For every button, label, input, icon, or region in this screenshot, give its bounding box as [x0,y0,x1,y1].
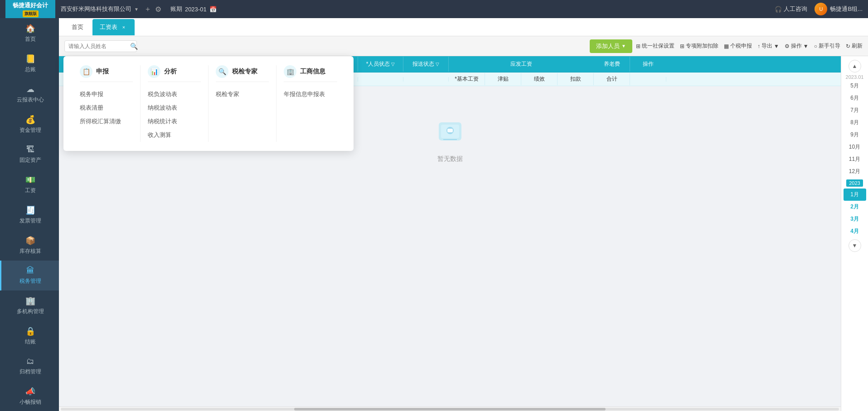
sidebar-item-ledger[interactable]: 📒 总账 [0,48,59,79]
sidebar-item-close-period[interactable]: 🔒 结账 [0,321,59,351]
collapse-right-panel-up[interactable]: ▲ [849,60,861,73]
assets-icon: 🏗 [26,145,34,155]
sidebar-item-funds[interactable]: 💰 资金管理 [0,109,59,140]
sidebar-item-cloud-report[interactable]: ☁ 云报表中心 [0,79,59,109]
social-insurance-label: 统一社保设置 [642,42,674,50]
dropdown-item-tax-declaration[interactable]: 税务申报 [80,87,133,101]
add-icon[interactable]: ＋ [144,5,151,14]
period-selector[interactable]: 账期 2023-01 📅 [170,5,217,13]
dropdown-item-income-estimate[interactable]: 收入测算 [148,128,201,142]
month-1-active[interactable]: 1月 [844,189,866,201]
declaration-section-icon: 📋 [80,65,92,78]
business-info-section-title: 🏢 工商信息 [284,65,337,82]
th-status: *人员状态 ▽ [358,57,403,72]
month-2[interactable]: 2月 [844,201,866,213]
individual-tax-button[interactable]: ▦ 个税申报 [724,42,752,50]
sidebar-label-close-period: 结账 [25,338,36,346]
sidebar-item-tax[interactable]: 🏛 税务管理 [0,261,59,290]
operations-dropdown: ▼ [803,43,809,49]
dropdown-section-tax-expert: 🔍 税检专家 税检专家 [209,65,276,142]
search-icon[interactable]: 🔍 [130,43,138,50]
declaration-section-title: 📋 申报 [80,65,133,82]
search-input[interactable] [68,43,127,49]
dropdown-section-business-info: 🏢 工商信息 年报信息申报表 [276,65,344,142]
user-menu[interactable]: U 畅捷通B组... [815,3,863,15]
social-insurance-button[interactable]: ⊞ 统一社保设置 [636,42,674,50]
dropdown-item-annual-report[interactable]: 年报信息申报表 [284,87,337,101]
scrollbar-thumb[interactable] [294,408,606,411]
sidebar-label-tax: 税务管理 [19,277,41,285]
business-info-section-icon: 🏢 [284,65,296,78]
sidebar-item-inventory[interactable]: 📦 库存核算 [0,230,59,261]
export-button[interactable]: ↑ 导出 ▼ [757,42,779,50]
month-4[interactable]: 4月 [844,225,866,237]
svg-rect-3 [447,129,453,132]
sidebar-item-marketing[interactable]: 📣 小畅报销 [0,381,59,411]
close-period-icon: 🔒 [25,326,35,336]
dropdown-item-tax-fluctuation[interactable]: 纳税波动表 [148,101,201,115]
social-insurance-icon: ⊞ [636,43,640,49]
collapse-right-panel-down[interactable]: ▼ [849,239,861,252]
user-avatar: U [815,3,827,15]
guide-toolbar-icon: ○ [814,43,817,49]
home-icon: 🏠 [25,24,35,34]
status-filter-icon[interactable]: ▽ [391,62,395,67]
month-9[interactable]: 9月 [844,129,866,141]
sidebar-item-fixed-assets[interactable]: 🏗 固定资产 [0,140,59,169]
period-label: 账期 [170,5,182,13]
search-container: 🔍 [64,40,137,52]
individual-tax-label: 个税申报 [730,42,752,50]
th-operations: 操作 [630,57,666,72]
sidebar-label-home: 首页 [25,35,36,43]
top-bar-right: 🎧 人工咨询 U 畅捷通B组... [775,3,863,15]
tax-dropdown-menu[interactable]: 📋 申报 税务申报 税表清册 所得税汇算清缴 📊 分析 税负波动表 纳税波动表 … [63,56,354,151]
toolbar-actions: ⊞ 统一社保设置 ⊞ 专项附加扣除 ▦ 个税申报 ↑ 导出 ▼ ⚙ [636,42,863,50]
current-year-label[interactable]: 2023 [846,179,863,187]
month-10[interactable]: 10月 [844,141,866,153]
sub-operations [666,77,703,82]
funds-icon: 💰 [25,115,35,125]
analysis-section-icon: 📊 [148,65,160,78]
tab-salary-table[interactable]: 工资表 × [92,19,135,35]
sidebar-item-home[interactable]: 🏠 首页 [0,18,59,48]
sidebar-label-cloud-report: 云报表中心 [17,96,44,104]
settings-icon[interactable]: ⚙ [155,5,161,14]
month-8[interactable]: 8月 [844,116,866,129]
dropdown-item-expert[interactable]: 税检专家 [216,87,269,101]
special-deduction-button[interactable]: ⊞ 专项附加扣除 [680,42,718,50]
period-header-area: 2023.01 [846,74,864,80]
dropdown-item-tax-table-clear[interactable]: 税表清册 [80,101,133,115]
service-button[interactable]: 🎧 人工咨询 [775,5,807,13]
sidebar-item-archive[interactable]: 🗂 归档管理 [0,351,59,381]
company-selector[interactable]: 西安虾米网络科技有限公司 ▼ [61,5,139,13]
dropdown-item-tax-burden[interactable]: 税负波动表 [148,87,201,101]
add-dropdown-arrow: ▼ [621,44,626,48]
archive-icon: 🗂 [26,357,34,366]
empty-illustration [432,113,468,150]
month-3[interactable]: 3月 [844,213,866,225]
report-filter-icon[interactable]: ▽ [436,62,439,67]
tab-close-button[interactable]: × [120,24,127,31]
dropdown-item-tax-stats[interactable]: 纳税统计表 [148,115,201,128]
month-7[interactable]: 7月 [844,104,866,116]
headset-icon: 🎧 [775,6,782,13]
guide-button[interactable]: ○ 新手引导 [814,42,840,50]
operations-button[interactable]: ⚙ 操作 ▼ [785,42,809,50]
top-bar: 畅捷通好会计 旗舰版 西安虾米网络科技有限公司 ▼ ＋ ⚙ 账期 2023-01… [0,0,868,18]
scrollbar-track[interactable] [61,408,839,411]
month-12[interactable]: 12月 [844,165,866,178]
sidebar-item-multi-org[interactable]: 🏢 多机构管理 [0,290,59,321]
month-11[interactable]: 11月 [844,153,866,165]
service-label: 人工咨询 [784,5,807,13]
dropdown-section-declaration: 📋 申报 税务申报 税表清册 所得税汇算清缴 [73,65,141,142]
refresh-button[interactable]: ↻ 刷新 [846,42,863,50]
period-value: 2023-01 [185,6,207,13]
sidebar-item-invoice[interactable]: 🧾 发票管理 [0,200,59,230]
calendar-icon[interactable]: 📅 [209,6,217,13]
tab-home[interactable]: 首页 [64,19,91,35]
month-5[interactable]: 5月 [844,80,866,92]
sidebar-item-salary[interactable]: 💵 工资 [0,169,59,200]
add-person-button[interactable]: 添加人员 ▼ [590,39,632,53]
month-6[interactable]: 6月 [844,92,866,104]
dropdown-item-income-tax-summary[interactable]: 所得税汇算清缴 [80,115,133,128]
